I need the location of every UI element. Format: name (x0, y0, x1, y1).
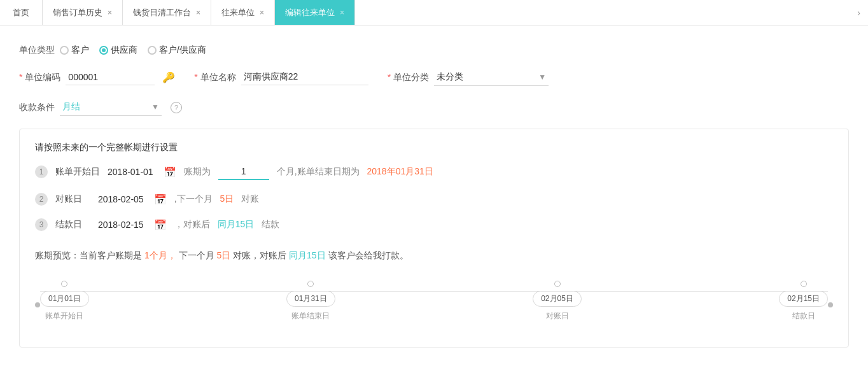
radio-both-circle (148, 46, 157, 55)
reconcile-label: 对账日 (55, 194, 90, 205)
tab-partner-label: 往来单位 (221, 7, 255, 18)
period-box: 请按照未来的一个完整帐期进行设置 1 账单开始日 2018-01-01 📅 账期… (19, 129, 849, 348)
category-label: 单位分类 (388, 72, 429, 83)
payment-date-suffix: 结款 (262, 219, 279, 230)
payment-date-cal-icon[interactable]: 📅 (154, 219, 167, 231)
node-1-sub: 账单开始日 (45, 311, 83, 321)
radio-supplier-circle (99, 46, 108, 55)
period-row-2: 2 对账日 2018-02-05 📅 ,下一个月 5日 对账 (35, 193, 833, 206)
tab-cash-work[interactable]: 钱货日清工作台 × (123, 0, 211, 25)
timeline-container: 01月01日 账单开始日 01月31日 账单结束日 02月05日 对账日 (35, 281, 833, 334)
reconcile-suffix: 对账 (241, 194, 259, 205)
tabs-arrow[interactable]: › (850, 8, 868, 18)
code-input[interactable] (66, 69, 155, 85)
step-3: 3 (35, 218, 48, 231)
preview-middle1: 下一个月 (179, 250, 214, 260)
name-item: 单位名称 (194, 69, 368, 85)
node-3-dot (554, 281, 561, 287)
tab-partner[interactable]: 往来单位 × (211, 0, 275, 25)
main-content: 单位类型 客户 供应商 客户/供应商 单位编码 🔑 (0, 25, 868, 387)
category-item: 单位分类 未分类 ▼ (388, 69, 549, 86)
timeline-right-dot (828, 302, 833, 307)
preview-text: 账期预览：当前客户账期是 1个月， 下一个月 5日 对账，对账后 同月15日 该… (35, 244, 833, 268)
node-2-badge: 01月31日 (286, 291, 335, 307)
radio-both-label: 客户/供应商 (159, 45, 206, 56)
code-name-row: 单位编码 🔑 单位名称 单位分类 未分类 ▼ (19, 69, 849, 86)
payment-date-value: 2018-02-15 (98, 220, 144, 230)
preview-highlight2: 5日 (216, 250, 230, 260)
payment-chevron-icon: ▼ (151, 102, 159, 111)
timeline-node-4: 02月15日 结款日 (779, 281, 828, 321)
period-title: 请按照未来的一个完整帐期进行设置 (35, 142, 833, 153)
tab-edit-partner-label: 编辑往来单位 (285, 7, 335, 18)
tab-sales-history-close[interactable]: × (108, 8, 112, 17)
radio-supplier[interactable]: 供应商 (99, 45, 137, 56)
tab-partner-close[interactable]: × (260, 8, 264, 17)
unit-type-label: 单位类型 (19, 45, 55, 56)
payment-help-icon[interactable]: ? (171, 102, 182, 113)
category-value: 未分类 (437, 71, 538, 83)
tab-sales-history-label: 销售订单历史 (53, 7, 102, 18)
radio-customer-label: 客户 (71, 45, 89, 56)
period-row-1: 1 账单开始日 2018-01-01 📅 账期为 个月,账单结束日期为 2018… (35, 164, 833, 180)
node-3-sub: 对账日 (546, 311, 569, 321)
name-label: 单位名称 (194, 72, 235, 83)
timeline-node-2: 01月31日 账单结束日 (286, 281, 335, 321)
node-3-badge: 02月05日 (533, 291, 582, 307)
period-row-3: 3 结款日 2018-02-15 📅 ，对账后 同月15日 结款 (35, 218, 833, 231)
payment-item: 收款条件 月结 ▼ ? (19, 99, 182, 116)
start-date-cal-icon[interactable]: 📅 (164, 166, 176, 178)
category-select[interactable]: 未分类 ▼ (434, 69, 549, 86)
months-input[interactable] (218, 164, 269, 180)
tab-edit-partner-close[interactable]: × (340, 8, 344, 17)
reconcile-prefix: ,下一个月 (174, 194, 213, 205)
unit-type-row: 单位类型 客户 供应商 客户/供应商 (19, 45, 849, 56)
payment-label: 收款条件 (19, 102, 55, 113)
tab-cash-work-close[interactable]: × (196, 8, 200, 17)
node-4-dot (801, 281, 807, 287)
preview-middle2: 对账，对账后 (233, 250, 289, 260)
reconcile-date: 2018-02-05 (98, 194, 144, 204)
payment-value: 月结 (62, 101, 151, 113)
tab-home[interactable]: 首页 (0, 0, 43, 25)
preview-suffix: 该客户会给我打款。 (328, 250, 409, 260)
name-input[interactable] (241, 69, 368, 85)
reconcile-cal-icon[interactable]: 📅 (154, 194, 167, 206)
code-copy-icon[interactable]: 🔑 (162, 71, 175, 83)
timeline-inner: 01月01日 账单开始日 01月31日 账单结束日 02月05日 对账日 (40, 281, 828, 321)
radio-customer[interactable]: 客户 (60, 45, 89, 56)
tabs-bar: 首页 销售订单历史 × 钱货日清工作台 × 往来单位 × 编辑往来单位 × › (0, 0, 868, 25)
reconcile-highlight: 5日 (220, 194, 234, 205)
tab-sales-history[interactable]: 销售订单历史 × (43, 0, 123, 25)
radio-supplier-label: 供应商 (111, 45, 137, 56)
step-1: 1 (35, 165, 48, 178)
node-1-dot (61, 281, 67, 287)
start-date-value: 2018-01-01 (108, 167, 153, 177)
preview-highlight3: 同月15日 (289, 250, 326, 260)
node-1-badge: 01月01日 (40, 291, 89, 307)
preview-highlight1: 1个月， (144, 250, 176, 260)
timeline-node-1: 01月01日 账单开始日 (40, 281, 89, 321)
timeline-nodes: 01月01日 账单开始日 01月31日 账单结束日 02月05日 对账日 (40, 281, 828, 321)
start-date-label: 账单开始日 (55, 166, 100, 178)
radio-customer-circle (60, 46, 69, 55)
node-4-badge: 02月15日 (779, 291, 828, 307)
payment-date-highlight: 同月15日 (218, 219, 255, 230)
period-suffix-after: 个月,账单结束日期为 (277, 166, 360, 178)
timeline-node-3: 02月05日 对账日 (533, 281, 582, 321)
period-end-date: 2018年01月31日 (367, 166, 433, 178)
payment-date-label: 结款日 (55, 219, 90, 230)
payment-select[interactable]: 月结 ▼ (60, 99, 162, 116)
radio-both[interactable]: 客户/供应商 (148, 45, 206, 56)
tab-home-label: 首页 (13, 7, 29, 18)
preview-prefix: 账期预览：当前客户账期是 (35, 250, 142, 260)
tab-edit-partner[interactable]: 编辑往来单位 × (275, 0, 355, 25)
node-4-sub: 结款日 (792, 311, 815, 321)
period-suffix-before: 账期为 (184, 166, 211, 178)
unit-type-item: 单位类型 客户 供应商 客户/供应商 (19, 45, 206, 56)
tab-cash-work-label: 钱货日清工作台 (133, 7, 191, 18)
code-label: 单位编码 (19, 72, 60, 83)
node-2-dot (307, 281, 314, 287)
radio-group: 客户 供应商 客户/供应商 (60, 45, 206, 56)
payment-date-prefix: ，对账后 (174, 219, 210, 230)
